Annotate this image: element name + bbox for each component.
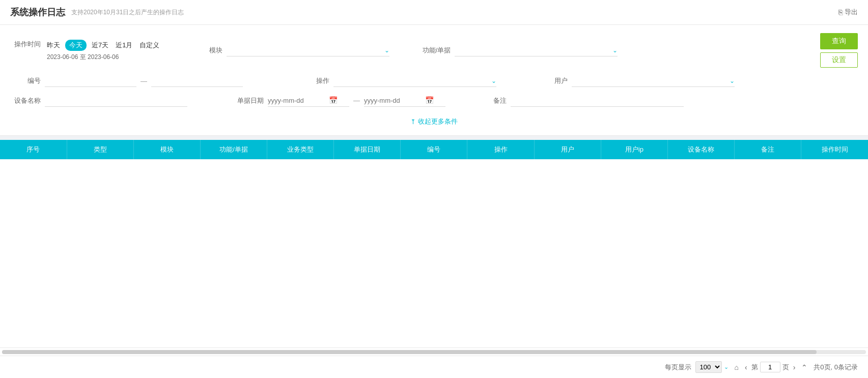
id-input-to[interactable] <box>151 75 243 87</box>
export-label: 导出 <box>845 8 858 17</box>
time-btn-1month[interactable]: 近1月 <box>114 40 134 51</box>
col-biz-type: 业务类型 <box>267 140 334 159</box>
operation-label: 操作 <box>299 76 329 85</box>
filter-row-2: 编号 — 操作 ⌄ 用户 <box>10 75 858 87</box>
table-header-row: 序号 类型 模块 功能/单据 业务类型 单据日期 编号 操作 用户 用户ip 设… <box>0 140 868 159</box>
id-label: 编号 <box>10 76 41 85</box>
page-suffix-label: 页 <box>782 363 789 372</box>
collapse-label: 收起更多条件 <box>418 117 458 126</box>
empty-row <box>0 159 868 337</box>
row2-inner: 编号 — 操作 ⌄ 用户 <box>10 75 858 87</box>
operation-section: 操作 ⌄ <box>299 75 496 87</box>
col-type: 类型 <box>67 140 133 159</box>
per-page-select: 100 50 200 ⌄ <box>695 361 729 373</box>
filter-row-1: 操作时间 昨天 今天 近7天 近1月 自定义 2023-06-06 至 2023… <box>10 33 858 68</box>
table-header: 序号 类型 模块 功能/单据 业务类型 单据日期 编号 操作 用户 用户ip 设… <box>0 140 868 159</box>
empty-cell <box>0 159 868 337</box>
col-op-time: 操作时间 <box>801 140 868 159</box>
col-function: 功能/单据 <box>200 140 267 159</box>
user-select[interactable]: ⌄ <box>572 75 735 87</box>
page-subtitle: 支持2020年10月31日之后产生的操作日志 <box>71 8 184 17</box>
time-btn-yesterday[interactable]: 昨天 <box>45 40 62 51</box>
function-section: 功能/单据 ⌄ <box>420 45 618 56</box>
function-label: 功能/单据 <box>420 46 451 55</box>
col-id: 编号 <box>401 140 467 159</box>
collapse-up-icon: ⤒ <box>410 118 416 126</box>
scrollbar-track <box>2 350 866 354</box>
filter-row-3: 设备名称 单据日期 📅 — 📅 <box>10 94 858 107</box>
page-wrapper: 系统操作日志 支持2020年10月31日之后产生的操作日志 ⎘ 导出 操作时间 … <box>0 0 868 378</box>
function-chevron-icon: ⌄ <box>612 47 618 54</box>
col-index: 序号 <box>0 140 67 159</box>
settings-button[interactable]: 设置 <box>820 52 858 68</box>
operation-chevron-icon: ⌄ <box>491 77 496 84</box>
per-page-chevron-icon: ⌄ <box>724 364 729 370</box>
time-btn-7days[interactable]: 近7天 <box>90 40 110 51</box>
row1-inner: 操作时间 昨天 今天 近7天 近1月 自定义 2023-06-06 至 2023… <box>10 33 858 68</box>
user-label: 用户 <box>537 76 568 85</box>
id-section: 编号 — <box>10 75 243 87</box>
device-label: 设备名称 <box>10 96 41 105</box>
id-input-from[interactable] <box>45 75 136 87</box>
date-section: 单据日期 📅 — 📅 <box>228 94 445 107</box>
date-start-input[interactable] <box>268 97 329 104</box>
id-dash: — <box>141 77 147 85</box>
device-section: 设备名称 <box>10 95 187 107</box>
collapse-button[interactable]: ⤒ 收起更多条件 <box>410 117 458 126</box>
table-body <box>0 159 868 337</box>
module-chevron-icon: ⌄ <box>384 47 389 54</box>
module-section: 模块 ⌄ <box>192 45 389 56</box>
time-filter-section: 操作时间 昨天 今天 近7天 近1月 自定义 2023-06-06 至 2023… <box>10 40 161 62</box>
col-device: 设备名称 <box>667 140 734 159</box>
per-page-dropdown[interactable]: 100 50 200 <box>695 361 722 373</box>
calendar-start-icon[interactable]: 📅 <box>329 96 338 104</box>
next-page-button[interactable]: › <box>791 362 798 372</box>
filter-area: 操作时间 昨天 今天 近7天 近1月 自定义 2023-06-06 至 2023… <box>0 25 868 136</box>
total-info: 共0页, 0条记录 <box>814 363 858 372</box>
first-page-button[interactable]: ⌂ <box>733 362 741 372</box>
table-area: 序号 类型 模块 功能/单据 业务类型 单据日期 编号 操作 用户 用户ip 设… <box>0 140 868 347</box>
remark-input[interactable] <box>511 95 684 107</box>
time-label: 操作时间 <box>10 40 41 49</box>
action-buttons: 查询 设置 <box>820 33 858 68</box>
time-buttons: 昨天 今天 近7天 近1月 自定义 <box>45 40 161 51</box>
row3-inner: 设备名称 单据日期 📅 — 📅 <box>10 94 858 107</box>
page-title: 系统操作日志 <box>10 6 65 18</box>
export-button[interactable]: ⎘ 导出 <box>838 8 858 17</box>
operation-select[interactable]: ⌄ <box>333 75 496 87</box>
collapse-bar: ⤒ 收起更多条件 <box>10 114 858 127</box>
col-remark: 备注 <box>735 140 801 159</box>
data-table: 序号 类型 模块 功能/单据 业务类型 单据日期 编号 操作 用户 用户ip 设… <box>0 140 868 337</box>
horizontal-scrollbar[interactable] <box>0 347 868 356</box>
scrollbar-thumb[interactable] <box>2 350 817 354</box>
function-select[interactable]: ⌄ <box>455 45 618 56</box>
page-prefix-label: 第 <box>751 363 758 372</box>
col-doc-date: 单据日期 <box>334 140 401 159</box>
user-chevron-icon: ⌄ <box>730 77 735 84</box>
date-start-wrap: 📅 <box>268 94 349 107</box>
pagination-bar: 每页显示 100 50 200 ⌄ ⌂ ‹ 第 页 › ⌃ 共0页, 0条记录 <box>0 356 868 378</box>
col-user-ip: 用户ip <box>601 140 667 159</box>
device-input[interactable] <box>45 95 187 107</box>
col-user: 用户 <box>534 140 601 159</box>
last-page-button[interactable]: ⌃ <box>799 362 809 372</box>
date-label: 单据日期 <box>228 96 264 105</box>
export-icon: ⎘ <box>838 8 843 16</box>
time-filter: 昨天 今天 近7天 近1月 自定义 2023-06-06 至 2023-06-0… <box>45 40 161 62</box>
col-module: 模块 <box>133 140 200 159</box>
date-end-input[interactable] <box>364 97 425 104</box>
date-dash: — <box>353 97 360 104</box>
remark-label: 备注 <box>476 96 507 105</box>
prev-page-button[interactable]: ‹ <box>743 362 749 372</box>
calendar-end-icon[interactable]: 📅 <box>425 96 434 104</box>
current-page-input[interactable] <box>760 362 780 372</box>
query-button[interactable]: 查询 <box>820 33 858 49</box>
user-section: 用户 ⌄ <box>537 75 735 87</box>
module-select[interactable]: ⌄ <box>227 45 389 56</box>
per-page-label: 每页显示 <box>665 363 691 372</box>
date-end-wrap: 📅 <box>364 94 445 107</box>
time-range: 2023-06-06 至 2023-06-06 <box>47 53 161 62</box>
col-operation: 操作 <box>467 140 534 159</box>
time-btn-today[interactable]: 今天 <box>65 40 87 51</box>
time-btn-custom[interactable]: 自定义 <box>137 40 161 51</box>
